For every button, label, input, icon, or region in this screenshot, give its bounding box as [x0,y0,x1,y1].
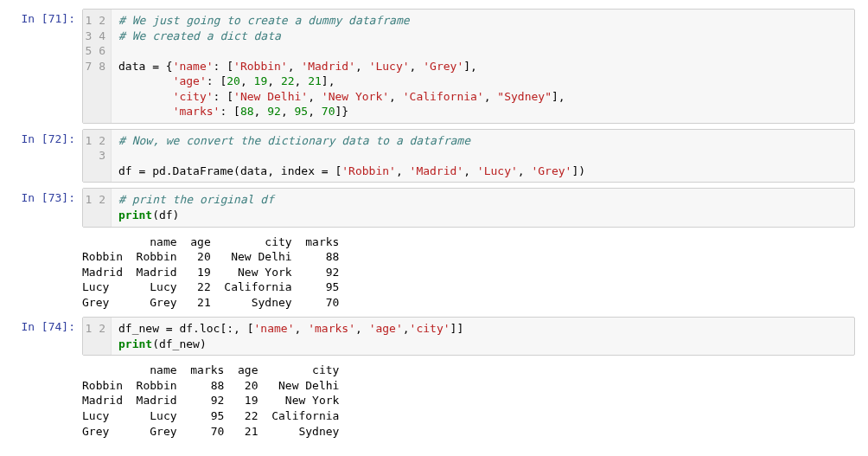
code-input-area[interactable]: 1 2 df_new = df.loc[:, ['name', 'marks',… [82,317,855,356]
notebook-cell: In [73]: 1 2 # print the original df pri… [13,188,855,227]
input-prompt: In [72]: [13,129,82,183]
cell-output: name marks age city Robbin Robbin 88 20 … [82,361,855,446]
line-gutter: 1 2 3 [83,130,112,183]
code-input-area[interactable]: 1 2 # print the original df print(df) [82,188,855,227]
line-gutter: 1 2 [83,318,112,355]
notebook-cell: In [72]: 1 2 3 # Now, we convert the dic… [13,129,855,183]
input-prompt: In [71]: [13,9,82,124]
notebook-cell: In [74]: 1 2 df_new = df.loc[:, ['name',… [13,317,855,356]
code-editor[interactable]: # print the original df print(df) [112,189,854,226]
line-gutter: 1 2 3 4 5 6 7 8 [83,10,112,123]
code-editor[interactable]: # We just going to create a dummy datafr… [112,10,854,123]
code-input-area[interactable]: 1 2 3 # Now, we convert the dictionary d… [82,129,855,183]
input-prompt: In [74]: [13,317,82,356]
code-editor[interactable]: # Now, we convert the dictionary data to… [112,130,854,183]
code-input-area[interactable]: 1 2 3 4 5 6 7 8 # We just going to creat… [82,9,855,124]
cell-output: name age city marks Robbin Robbin 20 New… [82,233,855,318]
line-gutter: 1 2 [83,189,112,226]
code-editor[interactable]: df_new = df.loc[:, ['name', 'marks', 'ag… [112,318,854,355]
notebook-cell: In [71]: 1 2 3 4 5 6 7 8 # We just going… [13,9,855,124]
input-prompt: In [73]: [13,188,82,227]
